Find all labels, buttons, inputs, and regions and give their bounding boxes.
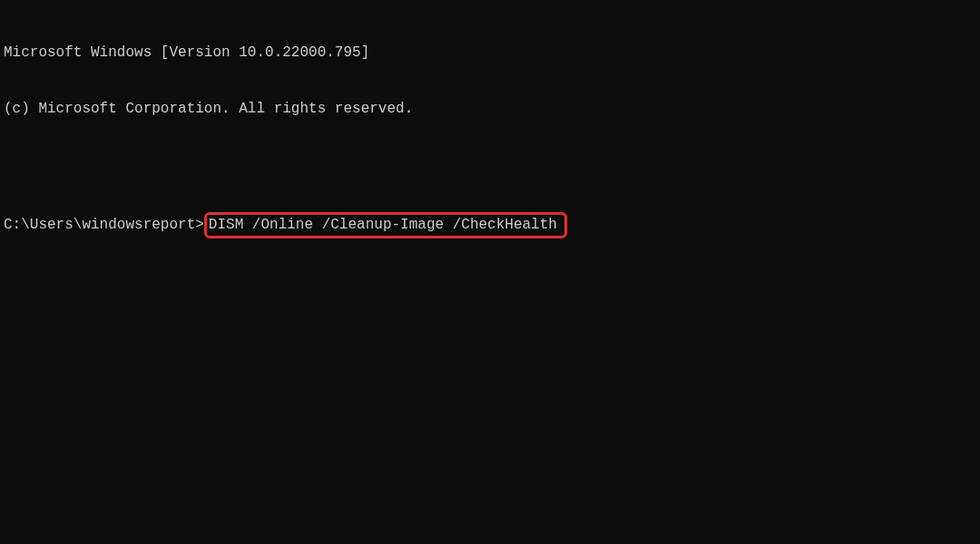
version-line: Microsoft Windows [Version 10.0.22000.79…	[4, 44, 976, 63]
entered-command: DISM /Online /Cleanup-Image /CheckHealth	[209, 217, 557, 233]
copyright-line: (c) Microsoft Corporation. All rights re…	[4, 100, 976, 119]
terminal-output[interactable]: Microsoft Windows [Version 10.0.22000.79…	[4, 5, 976, 257]
command-highlight-box: DISM /Online /Cleanup-Image /CheckHealth	[204, 212, 567, 238]
command-prompt-line[interactable]: C:\Users\windowsreport>DISM /Online /Cle…	[4, 212, 976, 238]
prompt-path: C:\Users\windowsreport>	[4, 216, 204, 235]
